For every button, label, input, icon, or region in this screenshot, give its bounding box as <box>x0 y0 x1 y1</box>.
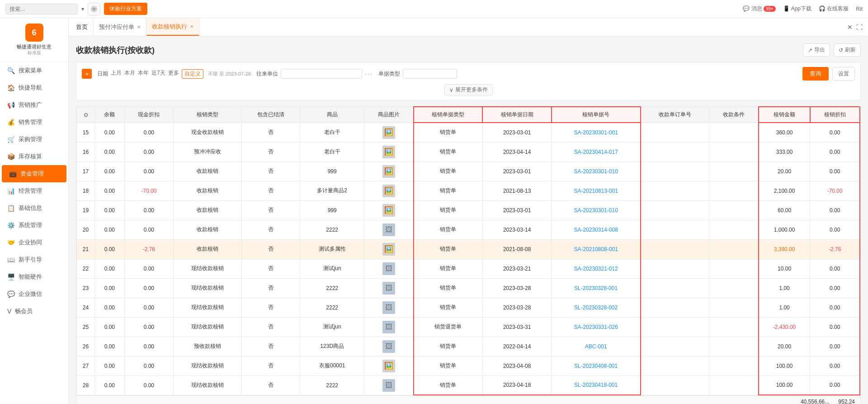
table-row: 19 0.00 0.00 收款核销 否 999 🖼️ 销货单 2023-03-0… <box>77 200 860 220</box>
page-header: 收款核销执行(按收款) ↗ 导出 ↺ 刷新 <box>76 43 861 57</box>
bill-report-no-link[interactable]: SA-20230301-001 <box>574 129 618 136</box>
col-included-settled: 包含已结清 <box>241 107 300 123</box>
bill-report-no-link[interactable]: SA-20230301-010 <box>574 168 618 175</box>
bill-report-no-link[interactable]: SA-20230321-012 <box>574 266 618 272</box>
purchase-icon: 🛒 <box>7 136 15 143</box>
cell-balance: 0.00 <box>95 259 125 278</box>
date-last-month[interactable]: 上月 <box>111 69 122 79</box>
cell-bill-report-date: 2023-03-31 <box>482 317 552 337</box>
maximize-window-button[interactable]: ⛶ <box>856 24 863 31</box>
cell-cancel-type: 现结收款核销 <box>173 298 241 317</box>
date-this-year[interactable]: 本年 <box>138 69 149 79</box>
cell-goods-image: 🖼️ <box>364 162 413 181</box>
cell-no: 16 <box>77 142 95 162</box>
bill-report-no-link[interactable]: SA-20210808-001 <box>574 246 618 252</box>
unit-dots-button[interactable]: ··· <box>365 70 373 77</box>
bill-report-no-link[interactable]: SA-20210813-001 <box>574 188 618 194</box>
sidebar-item-basic[interactable]: 📋 基础信息 <box>0 200 68 217</box>
date-options: 上月 本月 本年 近7天 更多 自定义 <box>111 69 203 79</box>
search-input[interactable] <box>5 4 78 14</box>
expand-filter-button[interactable]: » <box>82 69 92 79</box>
sidebar-item-inventory[interactable]: 📦 库存核算 <box>0 148 68 165</box>
app-download-link[interactable]: 📱 App下载 <box>783 5 811 13</box>
goods-image-icon: 🖼️ <box>382 204 395 217</box>
bill-report-no-link[interactable]: SL-20230328-001 <box>574 285 618 291</box>
date-this-month[interactable]: 本月 <box>124 69 135 79</box>
bill-report-no-link[interactable]: SA-20230331-026 <box>574 324 618 330</box>
sidebar-item-search[interactable]: 🔍 搜索菜单 <box>0 62 68 79</box>
cell-goods-image: 🖼️ <box>364 181 413 200</box>
tab-prepay[interactable]: 预付冲应付单 ✕ <box>94 18 146 36</box>
bill-report-no-link[interactable]: SA-20230301-010 <box>574 207 618 214</box>
cell-goods: 多计量商品2 <box>300 181 364 200</box>
cell-cancel-type: 预冲冲应收 <box>173 142 241 162</box>
header-actions: ↗ 导出 ↺ 刷新 <box>803 43 861 57</box>
tab-collection-close[interactable]: ✕ <box>190 24 193 29</box>
cell-cancel-amount: 1,000.00 <box>759 220 810 239</box>
chevron-down-icon[interactable]: ▾ <box>81 6 84 12</box>
cell-bill-report-no: ABC-001 <box>552 337 641 356</box>
cell-bill-report-type: 销货单 <box>414 356 483 375</box>
sidebar-item-guide[interactable]: 📖 新手引导 <box>0 251 68 268</box>
table-row: 26 0.00 0.00 预收款核销 否 123D商品 🖼 销货单 2022-0… <box>77 337 860 356</box>
cell-cancel-amount: 1.00 <box>759 278 810 298</box>
tab-prepay-close[interactable]: ✕ <box>137 24 141 29</box>
bill-report-no-link[interactable]: SL-20230418-001 <box>574 382 618 388</box>
tab-collection[interactable]: 收款核销执行 ✕ <box>146 18 199 36</box>
bill-type-select[interactable] <box>403 69 457 79</box>
online-service-link[interactable]: 🎧 在线客服 <box>819 5 849 13</box>
cell-bill-report-date: 2021-08-13 <box>482 181 552 200</box>
table-row: 21 0.00 -2.76 收款核销 否 测试多属性 🖼️ 销货单 2021-0… <box>77 239 860 259</box>
sidebar-item-member[interactable]: V 畅会员 <box>0 303 68 320</box>
cell-bill-report-no: SA-20230301-010 <box>552 162 641 181</box>
cell-included-settled: 否 <box>241 142 300 162</box>
query-button[interactable]: 查询 <box>802 67 829 81</box>
bill-report-no-link[interactable]: SL-20230328-002 <box>574 304 618 311</box>
user-name[interactable]: Rit <box>856 6 863 12</box>
cell-cancel-discount: 0.00 <box>810 375 860 395</box>
sidebar-item-hardware[interactable]: 🖥️ 智能硬件 <box>0 268 68 285</box>
filter-settings-button[interactable]: 设置 <box>832 67 855 81</box>
cell-bill-report-type: 销货单 <box>414 337 483 356</box>
sidebar-item-quick[interactable]: 🏠 快捷导航 <box>0 79 68 96</box>
sidebar-item-marketing[interactable]: 📢 营销推广 <box>0 96 68 114</box>
cell-bill-report-type: 销货单 <box>414 181 483 200</box>
bill-report-no-link[interactable]: SA-20230314-008 <box>574 227 618 233</box>
unit-input[interactable] <box>281 69 362 79</box>
bill-report-no-link[interactable]: SA-20230414-017 <box>574 149 618 155</box>
cell-no: 27 <box>77 356 95 375</box>
cell-bill-report-no: SA-20230301-001 <box>552 123 641 142</box>
cell-cancel-type: 现结收款核销 <box>173 356 241 375</box>
col-cancel-discount: 核销折扣 <box>810 107 860 123</box>
sidebar-item-finance[interactable]: 💼 资金管理 <box>2 165 66 182</box>
sidebar-item-collab[interactable]: 🤝 企业协同 <box>0 234 68 251</box>
window-controls: ✕ ⛶ <box>847 24 866 31</box>
cell-cancel-discount: 0.00 <box>810 278 860 298</box>
date-last-7-days[interactable]: 近7天 <box>151 69 165 79</box>
sidebar-item-system[interactable]: ⚙️ 系统管理 <box>0 217 68 234</box>
expand-more-conditions[interactable]: ∨ 展开更多条件 <box>444 84 493 95</box>
date-custom-button[interactable]: 自定义 <box>182 69 203 79</box>
cell-cancel-amount: 20.00 <box>759 162 810 181</box>
cell-cancel-amount: 2,100.00 <box>759 181 810 200</box>
industry-solution-button[interactable]: 休验行业方案 <box>104 3 147 15</box>
bill-report-no-link[interactable]: SL-20230408-001 <box>574 363 618 369</box>
tab-collection-label: 收款核销执行 <box>152 23 187 31</box>
bill-report-no-link[interactable]: ABC-001 <box>585 343 607 350</box>
sidebar-item-sales[interactable]: 💰 销售管理 <box>0 114 68 131</box>
goods-image-icon: 🖼️ <box>382 243 395 256</box>
cell-goods-image: 🖼️ <box>364 142 413 162</box>
sidebar-item-purchase[interactable]: 🛒 采购管理 <box>0 131 68 148</box>
sidebar-item-wechat[interactable]: 💬 企业微信 <box>0 285 68 303</box>
date-more[interactable]: 更多 <box>168 69 179 79</box>
export-button[interactable]: ↗ 导出 <box>803 43 830 57</box>
refresh-button[interactable]: ↺ 刷新 <box>834 43 861 57</box>
marketing-icon: 📢 <box>7 101 15 109</box>
cell-goods: 测试多属性 <box>300 239 364 259</box>
settings-gear-button[interactable] <box>88 3 100 15</box>
chevron-down-icon: ∨ <box>449 87 453 93</box>
close-window-button[interactable]: ✕ <box>847 24 853 31</box>
tab-home[interactable]: 首页 <box>71 18 94 36</box>
message-icon-area[interactable]: 💬 消息 99+ <box>743 5 776 13</box>
sidebar-item-operation[interactable]: 📊 经营管理 <box>0 182 68 200</box>
